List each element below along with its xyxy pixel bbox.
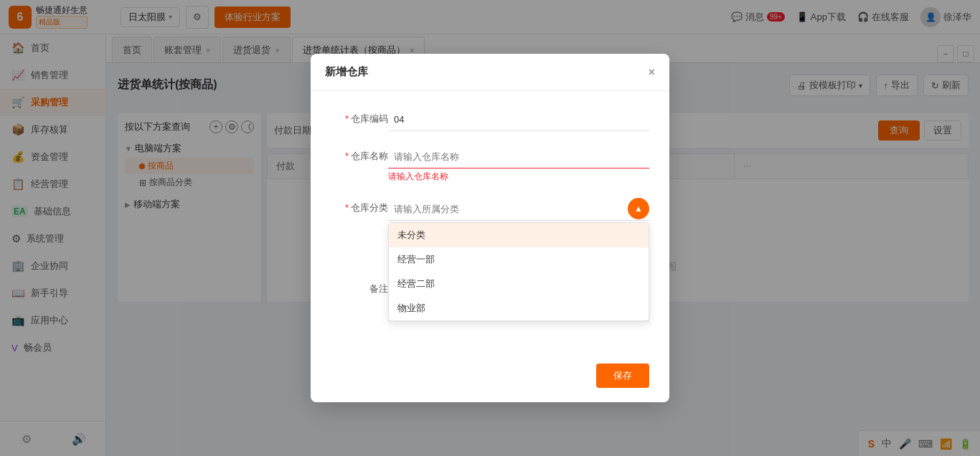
code-label: 仓库编码 (331, 108, 388, 125)
form-row-code: 仓库编码 (331, 108, 649, 131)
category-select-wrap: ▲ (388, 197, 649, 221)
name-label: 仓库名称 (331, 146, 388, 163)
category-label: 仓库分类 (331, 197, 388, 214)
save-button[interactable]: 保存 (596, 364, 649, 388)
note-label: 备注 (331, 278, 388, 295)
name-error: 请输入仓库名称 (388, 171, 649, 183)
name-input[interactable] (388, 146, 649, 168)
dropdown-item-dept2[interactable]: 经营二部 (389, 272, 649, 296)
dialog-new-warehouse: 新增仓库 × 仓库编码 仓库名称 请输入仓库名称 仓库分类 (311, 54, 669, 402)
dialog-body: 仓库编码 仓库名称 请输入仓库名称 仓库分类 ▲ (311, 91, 669, 355)
dialog-title: 新增仓库 (325, 65, 368, 79)
dialog-header: 新增仓库 × (311, 54, 669, 91)
dialog-overlay[interactable]: 新增仓库 × 仓库编码 仓库名称 请输入仓库名称 仓库分类 (0, 0, 980, 456)
category-input[interactable] (388, 197, 628, 220)
form-row-category: 仓库分类 ▲ 未分类 经营一部 经营二部 物业部 (331, 197, 649, 221)
dropdown-item-dept1[interactable]: 经营一部 (389, 247, 649, 272)
dropdown-item-uncategorized[interactable]: 未分类 (389, 223, 649, 247)
category-dropdown: 未分类 经营一部 经营二部 物业部 (388, 222, 649, 321)
form-row-name: 仓库名称 请输入仓库名称 (331, 146, 649, 183)
category-wrap: ▲ 未分类 经营一部 经营二部 物业部 (388, 197, 649, 221)
dialog-footer: 保存 (311, 355, 669, 402)
category-toggle-btn[interactable]: ▲ (628, 198, 649, 219)
dropdown-item-dept3[interactable]: 物业部 (389, 296, 649, 320)
code-wrap (388, 108, 649, 131)
code-input[interactable] (388, 108, 649, 131)
name-wrap: 请输入仓库名称 (388, 146, 649, 183)
dialog-close-button[interactable]: × (649, 66, 655, 79)
save-label: 保存 (613, 370, 632, 381)
